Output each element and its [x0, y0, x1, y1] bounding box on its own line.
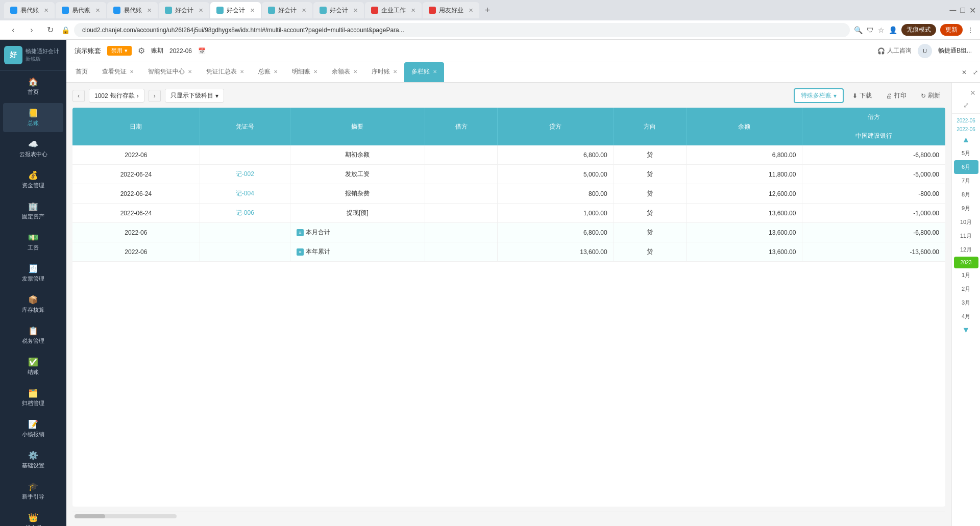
sidebar-item-ledger[interactable]: 📒 总账	[3, 103, 63, 132]
tab-close-7[interactable]: ✕	[353, 7, 358, 14]
sidebar-item-member[interactable]: 👑 畅会员	[3, 508, 63, 526]
profile-icon[interactable]: 👤	[889, 26, 897, 34]
service-button[interactable]: 🎧 人工咨询	[877, 46, 912, 55]
month-item-9[interactable]: 9月	[954, 202, 978, 215]
month-item-10[interactable]: 10月	[954, 215, 978, 229]
browser-tab-9[interactable]: 用友好业 ✕	[423, 2, 479, 18]
sidebar-item-reports[interactable]: ☁️ 云报表中心	[3, 134, 63, 163]
tab-close-multi-column[interactable]: ✕	[433, 69, 437, 74]
minimize-button[interactable]: ─	[950, 5, 957, 16]
horizontal-scrollbar[interactable]	[72, 512, 945, 520]
tab-bar-collapse[interactable]: ✕	[958, 65, 971, 80]
close-browser-button[interactable]: ✕	[969, 6, 976, 15]
prev-account-button[interactable]: ‹	[72, 90, 85, 102]
sidebar-item-salary[interactable]: 💵 工资	[3, 228, 63, 257]
browser-tab-6[interactable]: 好会计 ✕	[262, 2, 312, 18]
tab-close-detail-ledger[interactable]: ✕	[313, 69, 317, 74]
refresh-button[interactable]: ↻ 刷新	[916, 89, 945, 102]
tab-close-view-voucher[interactable]: ✕	[130, 69, 134, 74]
address-input[interactable]	[74, 23, 850, 37]
month-item-6[interactable]: 6月	[954, 160, 978, 174]
next-account-button[interactable]: ›	[149, 90, 161, 102]
month-item-4[interactable]: 4月	[954, 310, 978, 323]
menu-icon[interactable]: ⋮	[967, 26, 974, 34]
tab-view-voucher[interactable]: 查看凭证 ✕	[95, 62, 141, 82]
browser-tab-2[interactable]: 易代账 ✕	[56, 2, 106, 18]
expand-icon[interactable]: ⤢	[973, 69, 978, 76]
tab-voucher-summary[interactable]: 凭证汇总表 ✕	[199, 62, 251, 82]
special-columns-button[interactable]: 特殊多栏账 ▾	[794, 89, 843, 103]
sidebar-item-inventory[interactable]: 📦 库存核算	[3, 290, 63, 319]
tab-close-4[interactable]: ✕	[199, 7, 203, 14]
account-selector[interactable]: 1002 银行存款 ›	[89, 89, 144, 103]
browser-tab-5[interactable]: 好会计 ✕	[210, 2, 261, 18]
tab-close-chronological[interactable]: ✕	[393, 69, 397, 74]
star-icon[interactable]: ☆	[878, 26, 885, 34]
shield-icon[interactable]: 🛡	[867, 26, 874, 34]
browser-tab-4[interactable]: 好会计 ✕	[159, 2, 209, 18]
maximize-button[interactable]: □	[960, 6, 965, 15]
browser-tab-8[interactable]: 企业工作 ✕	[365, 2, 422, 18]
sidebar-item-home[interactable]: 🏠 首页	[3, 72, 63, 101]
gear-settings-icon[interactable]: ⚙	[138, 46, 145, 56]
sidebar-item-tax[interactable]: 📋 税务管理	[3, 321, 63, 350]
sidebar-item-expense[interactable]: 📝 小畅报销	[3, 414, 63, 443]
sidebar-item-invoice[interactable]: 🧾 发票管理	[3, 259, 63, 288]
tab-balance[interactable]: 余额表 ✕	[325, 62, 364, 82]
print-button[interactable]: 🖨 打印	[881, 89, 912, 102]
update-button[interactable]: 更新	[940, 24, 963, 36]
tab-home[interactable]: 首页	[68, 62, 95, 82]
month-item-2[interactable]: 2月	[954, 282, 978, 296]
month-item-3[interactable]: 3月	[954, 296, 978, 310]
forward-button[interactable]: ›	[24, 23, 39, 37]
month-item-11[interactable]: 11月	[954, 229, 978, 243]
tab-multi-column[interactable]: 多栏账 ✕	[404, 62, 444, 82]
sidebar-item-funds[interactable]: 💰 资金管理	[3, 165, 63, 194]
sidebar-item-assets[interactable]: 🏢 固定资产	[3, 196, 63, 226]
download-button[interactable]: ⬇ 下载	[847, 89, 877, 102]
cell-voucher[interactable]: 记-006	[200, 204, 290, 223]
month-item-5[interactable]: 5月	[954, 146, 978, 160]
tab-close-general-ledger[interactable]: ✕	[274, 69, 278, 74]
months-up-arrow[interactable]: ▲	[960, 133, 972, 146]
months-down-arrow[interactable]: ▼	[960, 323, 972, 337]
sidebar-item-close-accounts[interactable]: ✅ 结账	[3, 352, 63, 381]
incognito-button[interactable]: 无痕模式	[901, 24, 936, 36]
tab-detail-ledger[interactable]: 明细账 ✕	[285, 62, 325, 82]
year-badge-2023[interactable]: 2023	[954, 257, 978, 268]
tab-close-3[interactable]: ✕	[147, 7, 152, 14]
account-badge[interactable]: 禁用 ▾	[107, 46, 132, 56]
tab-close-balance[interactable]: ✕	[353, 69, 357, 74]
tab-close-smart-voucher[interactable]: ✕	[188, 69, 192, 74]
month-item-12[interactable]: 12月	[954, 243, 978, 257]
sidebar-item-settings[interactable]: ⚙️ 基础设置	[3, 445, 63, 474]
tab-close-9[interactable]: ✕	[469, 7, 473, 14]
tab-close-1[interactable]: ✕	[44, 7, 48, 14]
tab-close-8[interactable]: ✕	[411, 7, 415, 14]
tab-close-voucher-summary[interactable]: ✕	[240, 69, 244, 74]
browser-tab-1[interactable]: 易代账 ✕	[4, 2, 55, 18]
scrollbar-thumb[interactable]	[75, 514, 105, 518]
user-avatar[interactable]: U	[918, 44, 932, 58]
tab-close-5[interactable]: ✕	[250, 7, 255, 14]
back-button[interactable]: ‹	[6, 23, 20, 37]
month-item-7[interactable]: 7月	[954, 174, 978, 188]
tab-smart-voucher[interactable]: 智能凭证中心 ✕	[141, 62, 199, 82]
browser-tab-7[interactable]: 好会计 ✕	[313, 2, 364, 18]
reload-button[interactable]: ↻	[43, 23, 57, 37]
tab-close-6[interactable]: ✕	[302, 7, 306, 14]
cell-voucher[interactable]: 记-004	[200, 184, 290, 204]
tab-chronological[interactable]: 序时账 ✕	[364, 62, 404, 82]
sidebar-item-guide[interactable]: 🎓 新手引导	[3, 477, 63, 506]
new-tab-button[interactable]: +	[480, 3, 495, 17]
search-button[interactable]: 🔍	[854, 26, 863, 34]
tab-close-2[interactable]: ✕	[95, 7, 100, 14]
calendar-icon[interactable]: 📅	[198, 47, 206, 55]
filter-dropdown[interactable]: 只显示下级科目 ▾	[165, 89, 224, 103]
cell-voucher[interactable]: 记-002	[200, 165, 290, 184]
month-item-1[interactable]: 1月	[954, 268, 978, 282]
right-panel-expand-button[interactable]: ⤢	[952, 99, 980, 111]
month-item-8[interactable]: 8月	[954, 188, 978, 202]
browser-tab-3[interactable]: 易代账 ✕	[107, 2, 158, 18]
sidebar-item-archive[interactable]: 🗂️ 归档管理	[3, 383, 63, 412]
